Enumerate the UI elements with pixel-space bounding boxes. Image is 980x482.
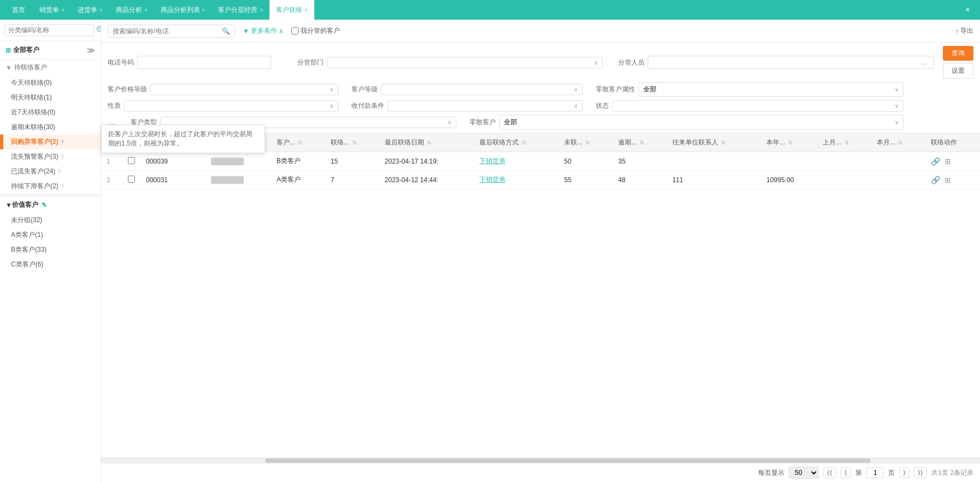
row-last-method[interactable]: 下销货单 [474, 171, 559, 189]
sidebar-item-churned[interactable]: 已流失客户(24) ? [0, 164, 101, 179]
sidebar-item-today-contact[interactable]: 今天待联络(0) [0, 76, 101, 90]
sidebar-item-tomorrow-contact[interactable]: 明天待联络(1) [0, 90, 101, 105]
customer-level-select[interactable]: ∨ [381, 84, 582, 95]
sort-icon[interactable]: ⇅ [522, 140, 526, 146]
chevron-up-icon: ∧ [279, 27, 284, 35]
tab-customer-contact[interactable]: 客户联络 × [269, 0, 314, 20]
item-label: B类客户(33) [11, 245, 46, 254]
sidebar-item-abnormal-repurchase[interactable]: 回购异常客户(2) ? [0, 135, 101, 149]
phone-input[interactable] [137, 56, 271, 69]
tab-close-icon[interactable]: × [144, 7, 148, 13]
tab-product-analysis[interactable]: 商品分析 × [109, 0, 154, 20]
customer-name-blur [211, 158, 244, 165]
row-actions: 🔗 ⊞ [931, 176, 975, 184]
item-label: 逾期未联络(30) [11, 123, 55, 132]
th-uncontact: 未联... ⇅ [559, 133, 613, 152]
sidebar-item-7day-contact[interactable]: 近7天待联络(0) [0, 105, 101, 120]
collapse-icon[interactable]: ≫ [87, 46, 95, 55]
payment-select[interactable]: ∨ [388, 100, 582, 112]
status-select[interactable]: ∨ [612, 100, 903, 112]
last-page-button[interactable]: ⟩⟩ [914, 467, 927, 478]
sort-icon[interactable]: ⇅ [639, 140, 644, 146]
item-label: 已流失客户(24) [11, 167, 55, 176]
settings-button[interactable]: 设置 [943, 63, 973, 79]
retail-customer-select[interactable]: 全部 ∨ [499, 115, 903, 130]
first-page-button[interactable]: ⟨⟨ [823, 467, 836, 478]
sidebar-item-declining[interactable]: 持续下滑客户(2) ? [0, 179, 101, 194]
help-icon[interactable]: ? [61, 139, 64, 146]
search-input[interactable] [108, 25, 218, 37]
sidebar-item-a-class[interactable]: A类客户(1) [0, 228, 101, 242]
sidebar-item-ungrouped[interactable]: 未分组(32) [0, 213, 101, 228]
more-action-icon[interactable]: ⊞ [944, 157, 951, 166]
tab-home-label: 首页 [12, 5, 25, 15]
all-customers-section[interactable]: ⊞ 全部客户 ≫ [0, 41, 101, 60]
row-contact-count: 7 [325, 171, 379, 189]
row-last-method[interactable]: 下销货单 [474, 152, 559, 171]
pending-contact-group-title[interactable]: ▼ 待联络客户 [0, 60, 101, 76]
tab-close-icon[interactable]: × [99, 7, 103, 13]
tab-product-analysis-list[interactable]: 商品分析列表 × [154, 0, 212, 20]
link-icon[interactable]: 🔗 [931, 157, 940, 166]
tab-customer-layered[interactable]: 客户分层经营 × [212, 0, 269, 20]
tab-home[interactable]: 首页 [4, 0, 33, 20]
item-label: 回购异常客户(2) [11, 137, 58, 147]
item-label: 未分组(32) [11, 216, 42, 225]
sort-icon[interactable]: ⇅ [585, 140, 590, 146]
horizontal-scrollbar-thumb[interactable] [265, 458, 871, 463]
sidebar-item-b-class[interactable]: B类客户(33) [0, 242, 101, 257]
sidebar-search-input[interactable] [4, 24, 94, 36]
retail-attr-select[interactable]: 全部 ∨ [638, 82, 903, 97]
sort-icon[interactable]: ⇅ [298, 140, 302, 146]
more-filter-button[interactable]: ▼ 更多条件 ∧ [239, 24, 287, 38]
sidebar-search-icon[interactable]: 🔍 [96, 26, 101, 34]
row-checkbox[interactable] [128, 176, 135, 183]
sidebar-item-overdue-contact[interactable]: 逾期未联络(30) [0, 120, 101, 135]
row-name [206, 171, 271, 189]
sidebar-item-c-class[interactable]: C类客户(6) [0, 257, 101, 272]
sort-icon[interactable]: ⇅ [788, 140, 793, 146]
tab-close-icon[interactable]: × [304, 7, 308, 13]
tab-purchase-order[interactable]: 进货单 × [71, 0, 109, 20]
edit-group-icon[interactable]: ✎ [42, 201, 47, 209]
value-customer-group-title[interactable]: ▼ 价值客户 ✎ [0, 197, 101, 213]
horizontal-scrollbar-track[interactable] [101, 457, 980, 463]
row-checkbox-cell[interactable] [122, 152, 140, 171]
tab-label: 客户分层经营 [218, 5, 257, 15]
sort-icon[interactable]: ⇅ [427, 140, 431, 146]
my-customer-checkbox[interactable] [291, 27, 298, 34]
page-input[interactable] [866, 467, 884, 478]
row-checkbox[interactable] [128, 157, 135, 164]
gender-select[interactable]: ∨ [124, 100, 338, 112]
phone-label: 电话号码 [108, 58, 134, 67]
next-page-button[interactable]: ⟩ [899, 467, 909, 478]
item-label: 流失预警客户(3) [11, 152, 58, 161]
tab-sales-order[interactable]: 销货单 × [33, 0, 71, 20]
ellipsis-icon[interactable]: ... [919, 59, 929, 66]
row-checkbox-cell[interactable] [122, 171, 140, 189]
export-button[interactable]: ↑ 导出 [955, 26, 973, 36]
tab-close-icon[interactable]: × [202, 7, 206, 13]
manager-select[interactable]: ... [648, 56, 934, 69]
close-all-button[interactable]: × [960, 5, 976, 15]
help-icon[interactable]: ? [61, 154, 64, 160]
sort-icon[interactable]: ⇅ [844, 140, 849, 146]
sort-icon[interactable]: ⇅ [721, 140, 725, 146]
my-customer-checkbox-area: 我分管的客户 [291, 26, 340, 36]
query-button[interactable]: 查询 [943, 46, 973, 61]
search-icon[interactable]: 🔍 [218, 25, 234, 37]
more-action-icon[interactable]: ⊞ [944, 176, 951, 184]
per-page-select[interactable]: 10 20 50 100 [789, 467, 819, 479]
tab-close-icon[interactable]: × [61, 7, 64, 13]
tab-close-icon[interactable]: × [260, 7, 263, 13]
price-level-select[interactable]: ∨ [150, 84, 338, 95]
sidebar-item-churn-warning[interactable]: 流失预警客户(3) ? [0, 149, 101, 164]
link-icon[interactable]: 🔗 [931, 176, 940, 184]
dept-select[interactable]: ∨ [327, 57, 602, 68]
sort-icon[interactable]: ⇅ [898, 140, 902, 146]
help-icon[interactable]: ? [57, 169, 61, 175]
help-icon[interactable]: ? [61, 183, 64, 190]
row-contact-person: 111 [667, 171, 761, 189]
sort-icon[interactable]: ⇅ [352, 140, 356, 146]
prev-page-button[interactable]: ⟨ [841, 467, 851, 478]
